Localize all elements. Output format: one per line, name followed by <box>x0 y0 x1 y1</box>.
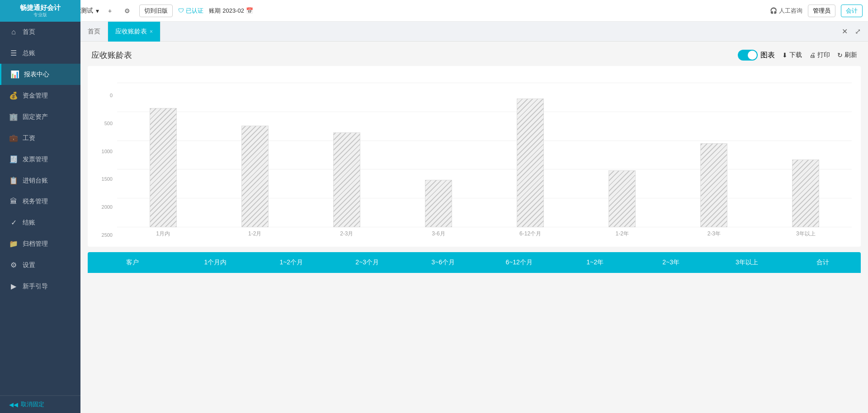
sidebar-item-label: 报表中心 <box>24 70 49 79</box>
cert-label: 已认证 <box>186 7 203 15</box>
tabbar-actions: ✕ ⤢ <box>840 25 868 38</box>
sidebar-item-settings[interactable]: ⚙ 设置 <box>0 254 80 276</box>
company-selector[interactable]: 测试 ▾ <box>80 7 99 15</box>
tab-ar-aging-tab[interactable]: 应收账龄表× <box>108 22 160 42</box>
sidebar-item-label: 设置 <box>23 261 35 269</box>
table-header-cell: 1~2年 <box>557 252 633 273</box>
table-header: 客户1个月内1~2个月2~3个月3~6个月6~12个月1~2年2~3年3年以上合… <box>88 252 861 273</box>
unpin-icon: ◀◀ <box>9 401 18 408</box>
calendar-icon[interactable]: 📅 <box>246 7 253 14</box>
sidebar-item-fixed-assets[interactable]: 🏢 固定资产 <box>0 106 80 127</box>
period-label: 账期 <box>209 7 221 15</box>
chart-bar-group <box>760 83 852 227</box>
tab-close-icon[interactable]: × <box>150 28 153 35</box>
sidebar-item-new-guide[interactable]: ▶ 新手引导 <box>0 276 80 297</box>
chevron-down-icon: ▾ <box>96 7 99 14</box>
chart-bar <box>792 160 819 227</box>
sidebar-item-purchase-sales[interactable]: 📋 进销台账 <box>0 170 80 191</box>
table-header-cell: 3年以上 <box>709 252 785 273</box>
period-value: 2023-02 <box>222 7 244 14</box>
table-header-cell: 3~6个月 <box>405 252 481 273</box>
chart-y-axis: 25002000150010005000 <box>97 93 117 238</box>
tab-home-tab[interactable]: 首页 <box>80 22 108 42</box>
refresh-icon: ↻ <box>837 52 843 59</box>
sidebar-item-label: 首页 <box>23 28 35 36</box>
refresh-label: 刷新 <box>844 51 857 59</box>
chart-toggle[interactable] <box>738 50 758 61</box>
topbar: 畅捷通好会计 专业版 测试 ▾ + ⚙ 切到旧版 🛡 已认证 账期 2023-0… <box>0 0 868 22</box>
chart-bar-group <box>485 83 576 227</box>
nav-icon: 📊 <box>10 70 19 79</box>
table-header-cell: 2~3个月 <box>329 252 405 273</box>
unpin-button[interactable]: ◀◀ 取消固定 <box>0 395 80 413</box>
chart-grid <box>117 83 852 227</box>
close-window-button[interactable]: ✕ <box>840 25 849 38</box>
logo-area: 畅捷通好会计 专业版 <box>20 4 61 18</box>
download-label: 下载 <box>789 51 802 59</box>
tab-label: 首页 <box>88 28 100 36</box>
sidebar-item-invoice-mgmt[interactable]: 🧾 发票管理 <box>0 149 80 170</box>
table-header-cell: 1~2个月 <box>253 252 329 273</box>
chart-bar <box>425 180 452 227</box>
chart-y-label: 1000 <box>97 149 113 154</box>
switch-version-button[interactable]: 切到旧版 <box>139 5 173 17</box>
sidebar-item-label: 归档管理 <box>23 240 48 248</box>
consult-label: 人工咨询 <box>779 7 802 15</box>
add-button[interactable]: + <box>104 5 115 16</box>
table-section: 客户1个月内1~2个月2~3个月3~6个月6~12个月1~2年2~3年3年以上合… <box>88 252 861 273</box>
chart-x-label: 1-2月 <box>209 227 301 238</box>
sidebar-item-label: 税务管理 <box>23 197 48 206</box>
nav-icon: 📋 <box>9 176 18 185</box>
chart-bar-group <box>576 83 668 227</box>
sidebar-item-general-ledger[interactable]: ☰ 总账 <box>0 42 80 64</box>
sidebar-item-label: 发票管理 <box>23 155 48 164</box>
chart-y-label: 1500 <box>97 177 113 182</box>
role-button[interactable]: 会计 <box>841 5 863 17</box>
logo-sub: 专业版 <box>20 12 61 18</box>
sidebar-item-home[interactable]: ⌂ 首页 <box>0 22 80 42</box>
table-header-cell: 1个月内 <box>177 252 253 273</box>
refresh-button[interactable]: ↻ 刷新 <box>837 51 857 59</box>
sidebar-item-label: 结账 <box>23 219 35 227</box>
table-header-cell: 客户 <box>88 252 177 273</box>
chart-bar <box>609 170 636 227</box>
table-header-cell: 合计 <box>785 252 861 273</box>
logo-text: 畅捷通好会计 <box>20 4 61 12</box>
nav-icon: ☰ <box>9 49 18 57</box>
sidebar-item-label: 总账 <box>23 49 35 57</box>
sidebar-item-label: 固定资产 <box>23 113 48 121</box>
report-header: 应收账龄表 图表 ⬇ 下载 🖨 打印 ↻ <box>80 42 868 66</box>
report-title: 应收账龄表 <box>91 50 132 61</box>
sidebar-item-fund-mgmt[interactable]: 💰 资金管理 <box>0 85 80 106</box>
chart-bar <box>517 99 544 227</box>
chart-toggle-label: 图表 <box>760 51 775 60</box>
nav-icon: 🧾 <box>9 155 18 164</box>
sidebar-item-tax-mgmt[interactable]: 🏛 税务管理 <box>0 191 80 212</box>
download-button[interactable]: ⬇ 下载 <box>782 51 802 59</box>
consult-button[interactable]: 🎧 人工咨询 <box>770 7 802 15</box>
chart-toggle-group: 图表 <box>738 50 775 61</box>
headset-icon: 🎧 <box>770 7 777 14</box>
topbar-right: 🎧 人工咨询 管理员 会计 <box>770 5 863 17</box>
chart-x-label: 1-2年 <box>576 227 668 238</box>
chart-y-label: 2000 <box>97 205 113 210</box>
chart-bar <box>700 143 727 227</box>
settings-button[interactable]: ⚙ <box>121 5 134 16</box>
chart-y-label: 500 <box>97 121 113 126</box>
print-button[interactable]: 🖨 打印 <box>809 51 830 59</box>
user-button[interactable]: 管理员 <box>808 5 835 17</box>
nav-icon: 📁 <box>9 239 18 248</box>
page-content: 应收账龄表 图表 ⬇ 下载 🖨 打印 ↻ <box>80 42 868 413</box>
chart-area: 25002000150010005000 1月内1-2月2-3月3-6月6-12… <box>97 75 852 238</box>
nav-icon: 💰 <box>9 91 18 100</box>
sidebar-item-salary[interactable]: 💼 工资 <box>0 127 80 149</box>
expand-window-button[interactable]: ⤢ <box>853 25 863 38</box>
sidebar-scroll: ⌂ 首页 ☰ 总账 📊 报表中心 💰 资金管理 🏢 固定资产 💼 工资 🧾 发票… <box>0 22 80 395</box>
sidebar-item-closing[interactable]: ✓ 结账 <box>0 212 80 233</box>
sidebar-item-report-center[interactable]: 📊 报表中心 <box>0 64 80 85</box>
tab-label: 应收账龄表 <box>115 28 147 36</box>
download-icon: ⬇ <box>782 52 788 59</box>
chart-bar-group <box>392 83 484 227</box>
chart-x-label: 2-3月 <box>301 227 392 238</box>
sidebar-item-archive-mgmt[interactable]: 📁 归档管理 <box>0 233 80 254</box>
